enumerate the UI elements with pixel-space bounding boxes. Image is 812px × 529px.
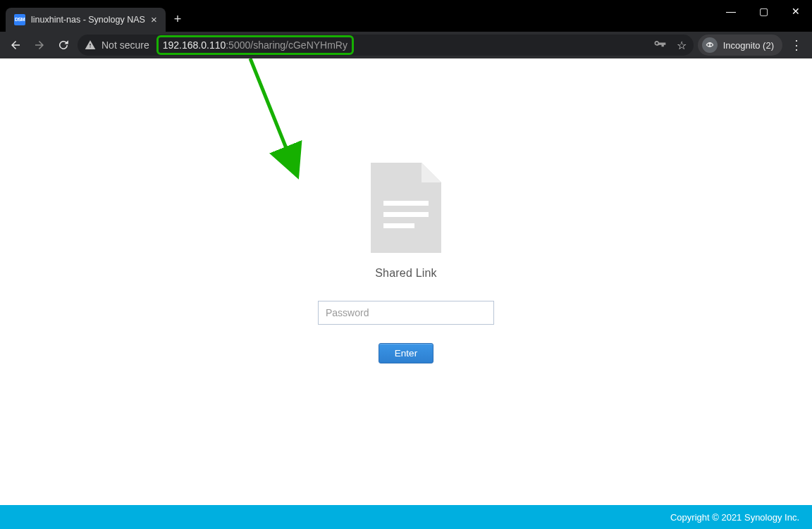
svg-rect-1 xyxy=(383,201,429,206)
arrow-left-icon xyxy=(9,39,22,51)
window-titlebar: DSM linuxhint-nas - Synology NAS × + — ▢… xyxy=(0,0,812,32)
page-footer: Copyright © 2021 Synology Inc. xyxy=(0,505,812,529)
window-close-button[interactable]: ✕ xyxy=(780,0,812,23)
nav-reload-button[interactable] xyxy=(54,35,73,55)
reload-icon xyxy=(57,39,70,51)
svg-rect-3 xyxy=(383,223,414,228)
nav-back-button[interactable] xyxy=(6,35,25,55)
url-highlight-annotation: 192.168.0.110:5000/sharing/cGeNYHmRy xyxy=(156,35,354,55)
incognito-indicator[interactable]: Incognito (2) xyxy=(698,35,782,56)
new-tab-button[interactable]: + xyxy=(166,6,190,32)
url-path: :5000/sharing/cGeNYHmRy xyxy=(226,40,347,50)
nav-forward-button[interactable] xyxy=(30,35,49,55)
shared-link-title: Shared Link xyxy=(375,267,437,280)
bookmark-star-icon[interactable]: ☆ xyxy=(677,39,687,52)
window-controls: — ▢ ✕ xyxy=(715,0,812,32)
address-bar-right: ☆ xyxy=(653,37,687,54)
favicon-icon: DSM xyxy=(14,14,25,25)
address-bar[interactable]: Not secure 192.168.0.110:5000/sharing/cG… xyxy=(78,35,694,56)
browser-menu-button[interactable]: ⋮ xyxy=(787,35,806,55)
password-key-icon[interactable] xyxy=(653,37,667,54)
shared-link-panel: Shared Link Enter xyxy=(318,163,494,363)
tabstrip: DSM linuxhint-nas - Synology NAS × + xyxy=(0,0,190,32)
tab-close-icon[interactable]: × xyxy=(151,13,157,25)
svg-line-0 xyxy=(250,58,297,176)
browser-toolbar: Not secure 192.168.0.110:5000/sharing/cG… xyxy=(0,32,812,58)
window-minimize-button[interactable]: — xyxy=(715,0,747,23)
copyright-text: Copyright © 2021 Synology Inc. xyxy=(670,512,799,523)
page-content: Shared Link Enter Copyright © 2021 Synol… xyxy=(0,58,812,529)
password-input[interactable] xyxy=(318,301,494,325)
svg-rect-2 xyxy=(383,212,429,217)
not-secure-label: Not secure xyxy=(102,39,149,51)
document-icon xyxy=(367,163,445,253)
incognito-label: Incognito (2) xyxy=(723,40,774,51)
favicon-text: DSM xyxy=(15,17,25,22)
browser-tab[interactable]: DSM linuxhint-nas - Synology NAS × xyxy=(6,8,166,32)
not-secure-icon xyxy=(85,39,96,51)
url-host: 192.168.0.110 xyxy=(163,40,226,50)
window-maximize-button[interactable]: ▢ xyxy=(747,0,780,23)
tab-title: linuxhint-nas - Synology NAS xyxy=(31,15,145,25)
incognito-icon xyxy=(702,37,718,53)
enter-button[interactable]: Enter xyxy=(379,343,433,363)
arrow-right-icon xyxy=(33,39,46,51)
